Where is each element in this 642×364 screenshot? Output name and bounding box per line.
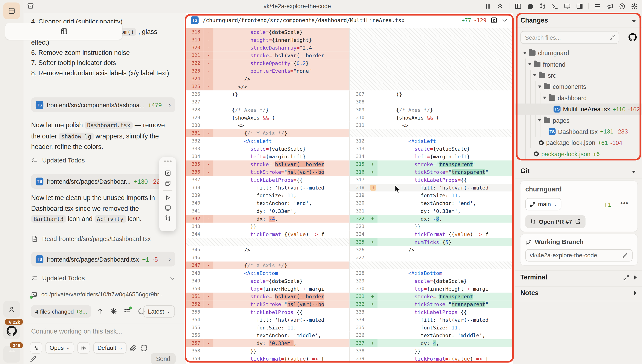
megaphone-icon[interactable] [606,2,613,10]
inline-code: Dashboard.tsx [85,122,133,129]
cat-icon[interactable] [140,344,148,352]
file-change-chip[interactable]: TS frontend/src/pages/Dashboar... +130 -… [31,174,175,189]
search-input[interactable] [524,34,609,41]
notes-section-header[interactable]: Notes [520,289,637,296]
triangle-down-icon[interactable] [632,170,636,173]
play-icon[interactable] [165,194,171,201]
git-branch-icon [529,201,536,207]
discord-button[interactable]: 346 [3,346,20,362]
diff-row: 326 )}307 )} [186,90,513,98]
titlebar: vk/4e2a-explore-the-code [0,0,642,12]
open-pr-button[interactable]: Open PR #7 [525,215,586,228]
model-dropdown[interactable]: Opus⌄ [46,342,74,354]
tree-file-row[interactable]: package-lock.json+61-104 [515,137,642,148]
right-sidebar: Changes churnguardfrontendsrccomponentsd… [515,13,642,364]
triangle-down-icon[interactable] [632,20,636,22]
send-button[interactable]: Send [151,353,176,364]
diff-row: 353 tickLabelProps={{333 tickLabelProps=… [186,308,513,316]
tree-folder-row[interactable]: churnguard [515,48,642,58]
discord-count-badge: 346 [10,342,23,348]
file-change-chip[interactable]: TS frontend/src/pages/Dashboard.tsx +1 -… [31,252,175,266]
more-menu-icon[interactable]: ••• [620,200,628,207]
files-changed-chip[interactable]: 4 files changed +3... [31,305,91,318]
fast-forward-button[interactable] [77,342,90,354]
github-button[interactable]: ★ 22k [3,322,20,339]
external-link-icon [575,218,581,225]
expand-icon[interactable] [623,274,629,281]
layout-icon [8,7,15,14]
diff-square-icon[interactable] [490,17,497,24]
diff-row: 328 {/* Axes */}309 {/* Axes */} [186,106,513,114]
diff-row: 321- stroke="hsl(var(--border [186,52,513,59]
list-item: 7. Softer tooltip indicator dots [31,58,177,68]
terminal-section-header[interactable]: Terminal [520,274,637,281]
todos-row[interactable]: Updated Todos [31,157,175,164]
collapse-icon[interactable] [609,34,615,40]
copy-icon[interactable] [165,180,171,187]
gear-icon[interactable] [631,2,638,10]
git-compare-icon[interactable] [539,2,546,10]
diff-row: 342- dx: -4,322+ dx: -8, [186,215,513,222]
sparkle-icon[interactable] [110,308,117,315]
tree-folder-row[interactable]: src [515,70,642,81]
read-file-row[interactable]: Read frontend/src/pages/Dashboard.tsx [31,235,175,242]
paperclip-icon[interactable] [130,344,137,351]
account-button[interactable] [3,301,20,318]
chevrons-up-icon[interactable] [497,2,503,10]
help-icon[interactable] [618,2,625,10]
divider [515,286,642,286]
folder-icon [549,95,555,101]
working-branch-input[interactable]: vk/4e2a-explore-the-code [525,249,633,262]
monitor-icon[interactable] [564,2,571,10]
tree-folder-row[interactable]: components [515,81,642,92]
doc-icon [31,235,38,242]
menu-icon[interactable] [594,2,601,10]
archive-icon[interactable] [27,2,34,9]
git-compare-icon[interactable] [165,215,171,222]
diff-row: 344 tickFormat={(value) => f324 tickForm… [186,230,513,238]
monitor-icon[interactable] [165,204,171,211]
settings-sliders-button[interactable] [30,342,42,354]
diff-row: 322- strokeOpacity={0.2} [186,59,513,67]
chevron-down-icon[interactable] [502,17,508,24]
composer-input[interactable]: Continue working on this task... [31,328,122,335]
tree-file-row[interactable]: package-lock.json+6 [515,148,642,160]
latest-dropdown[interactable]: Latest⌄ [143,305,175,318]
panel-right-icon[interactable] [576,2,583,10]
folder-icon [529,50,536,56]
panel-left-icon[interactable] [515,2,521,10]
kanban-view-button[interactable] [5,23,122,40]
arrow-up-icon[interactable] [97,308,104,315]
file-search [520,31,619,44]
add-comment-button[interactable]: + [370,184,376,191]
mode-dropdown[interactable]: Default⌄ [93,342,127,354]
todos-row[interactable]: Updated Todos [31,275,175,282]
github-cat-icon[interactable] [628,33,637,41]
chevron-down-icon[interactable] [169,275,175,281]
triangle-right-icon[interactable] [634,275,637,280]
file-change-chip[interactable]: TS frontend/src/components/dashboa... +4… [31,98,175,112]
tree-folder-row[interactable]: frontend [515,58,642,70]
pencil-icon[interactable] [622,252,628,258]
tree-folder-row[interactable]: pages [515,115,642,126]
fast-forward-icon [81,345,87,351]
github-stars-badge: ★ 22k [5,319,23,325]
diff-row: 331- {/* Y Axis */} [186,130,513,137]
tree-folder-row[interactable]: dashboard [515,92,642,104]
terminal-icon[interactable] [552,2,558,10]
pen-icon[interactable] [30,356,37,362]
layout-view-button[interactable] [3,2,20,19]
chat-bubble-icon[interactable] [527,2,534,10]
diff-row: 345 />326 /> [186,246,513,254]
drag-handle-icon[interactable] [164,160,171,162]
tree-file-row[interactable]: TSDashboard.tsx+131-233 [515,126,642,137]
divider [515,178,642,178]
tree-file-row[interactable]: TSMultiLineArea.tsx+110-162 [515,104,642,114]
list-item: 8. Remove redundant axis labels (x/y lab… [31,68,177,78]
triangle-right-icon[interactable] [634,291,637,295]
todo-list-icon[interactable] [124,308,131,315]
diff-editor-icon[interactable] [165,170,171,176]
command-row[interactable]: cd /private/var/folders/10/h7w0q46556ggr… [31,291,175,298]
pause-icon[interactable] [484,2,491,10]
branch-dropdown[interactable]: main⌄ [525,198,561,210]
